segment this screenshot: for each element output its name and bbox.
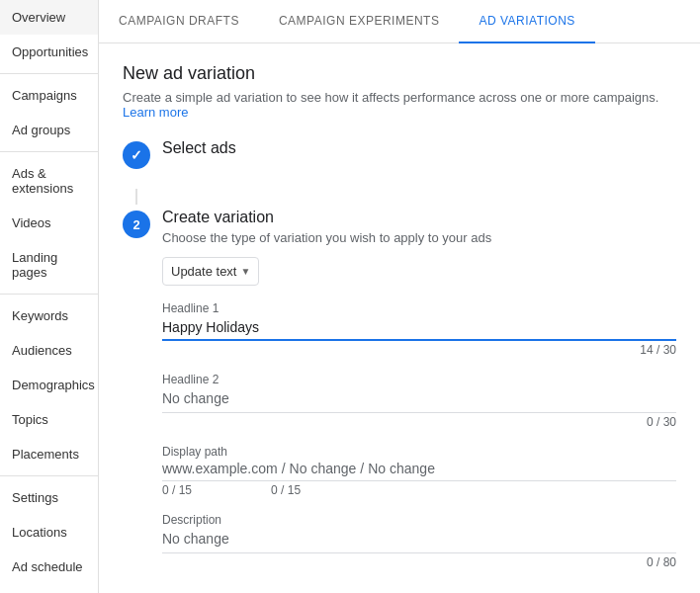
tab-bar: Campaign Drafts Campaign Experiments Ad …	[99, 0, 700, 43]
display-path-nochange-2[interactable]: No change	[368, 461, 435, 476]
display-path-separator-1: /	[282, 461, 286, 476]
step-1-content: Select ads	[162, 139, 676, 161]
step-2-subtitle: Choose the type of variation you wish to…	[162, 230, 676, 245]
tab-ad-variations[interactable]: Ad Variations	[459, 0, 594, 43]
display-path-underline	[162, 480, 676, 481]
display-path-separator-2: /	[360, 461, 364, 476]
headline2-underline	[162, 412, 676, 413]
display-path-row: www.example.com / No change / No change	[162, 461, 676, 476]
step-2-icon: 2	[123, 211, 150, 238]
description-group: Description No change 0 / 80	[162, 513, 676, 569]
dropdown-label: Update text	[171, 264, 237, 279]
display-path-counts: 0 / 15 0 / 15	[162, 483, 676, 497]
headline1-underline	[162, 339, 676, 341]
sidebar-divider-2	[0, 151, 98, 152]
headline1-count: 14 / 30	[162, 343, 676, 357]
sidebar-item-keywords[interactable]: Keywords	[0, 298, 98, 333]
sidebar-item-devices[interactable]: Devices	[0, 584, 98, 593]
sidebar-item-placements[interactable]: Placements	[0, 437, 98, 471]
description-count: 0 / 80	[162, 555, 676, 569]
description-underline	[162, 552, 676, 553]
display-path-group: Display path www.example.com / No change…	[162, 445, 676, 497]
headline2-value[interactable]: No change	[162, 388, 676, 408]
step-2-content: Create variation Choose the type of vari…	[162, 209, 676, 593]
learn-more-link[interactable]: Learn more	[123, 105, 188, 120]
sidebar-divider-3	[0, 294, 98, 295]
sidebar-item-videos[interactable]: Videos	[0, 206, 98, 240]
step-1-icon: ✓	[123, 141, 150, 169]
sidebar-item-demographics[interactable]: Demographics	[0, 368, 98, 402]
display-path-count-1: 0 / 15	[162, 483, 192, 497]
headline2-field: No change	[162, 388, 676, 413]
step-1-title: Select ads	[162, 139, 676, 157]
sidebar-item-locations[interactable]: Locations	[0, 515, 98, 550]
sidebar-item-landing-pages[interactable]: Landing pages	[0, 240, 98, 290]
sidebar-item-topics[interactable]: Topics	[0, 402, 98, 437]
page-description: Create a simple ad variation to see how …	[123, 90, 676, 120]
tab-campaign-drafts[interactable]: Campaign Drafts	[99, 0, 259, 43]
page-title: New ad variation	[123, 63, 676, 84]
description-label: Description	[162, 513, 676, 527]
tab-campaign-experiments[interactable]: Campaign Experiments	[259, 0, 459, 43]
step-2-number: 2	[132, 217, 139, 232]
step-2: 2 Create variation Choose the type of va…	[123, 209, 676, 593]
sidebar-divider-4	[0, 475, 98, 476]
sidebar-item-ad-groups[interactable]: Ad groups	[0, 113, 98, 147]
main-content: Campaign Drafts Campaign Experiments Ad …	[99, 0, 700, 593]
display-path-label: Display path	[162, 445, 676, 459]
display-path-domain: www.example.com	[162, 461, 278, 476]
step-connector	[135, 189, 137, 205]
sidebar-item-audiences[interactable]: Audiences	[0, 333, 98, 368]
sidebar-divider-1	[0, 73, 98, 74]
description-value[interactable]: No change	[162, 529, 676, 549]
headline1-value[interactable]: Happy Holidays	[162, 317, 676, 337]
chevron-down-icon: ▼	[241, 266, 251, 277]
headline1-field: Happy Holidays	[162, 317, 676, 341]
display-path-count-2: 0 / 15	[271, 483, 301, 497]
step-2-title: Create variation	[162, 209, 676, 226]
headline1-label: Headline 1	[162, 301, 676, 315]
display-path-nochange-1[interactable]: No change	[290, 461, 357, 476]
headline2-label: Headline 2	[162, 373, 676, 386]
sidebar-item-opportunities[interactable]: Opportunities	[0, 35, 98, 69]
sidebar-item-campaigns[interactable]: Campaigns	[0, 78, 98, 113]
sidebar-item-ad-schedule[interactable]: Ad schedule	[0, 550, 98, 584]
sidebar-item-settings[interactable]: Settings	[0, 480, 98, 515]
sidebar-item-ads-extensions[interactable]: Ads & extensions	[0, 156, 98, 206]
checkmark-icon: ✓	[131, 147, 142, 163]
step-1: ✓ Select ads	[123, 139, 676, 169]
headline2-group: Headline 2 No change 0 / 30	[162, 373, 676, 429]
sidebar-item-overview[interactable]: Overview	[0, 0, 98, 35]
headline2-count: 0 / 30	[162, 415, 676, 429]
sidebar: Overview Opportunities Campaigns Ad grou…	[0, 0, 99, 593]
headline1-group: Headline 1 Happy Holidays 14 / 30	[162, 301, 676, 357]
description-field: No change	[162, 529, 676, 553]
update-text-dropdown[interactable]: Update text ▼	[162, 257, 259, 286]
content-area: New ad variation Create a simple ad vari…	[99, 43, 700, 593]
